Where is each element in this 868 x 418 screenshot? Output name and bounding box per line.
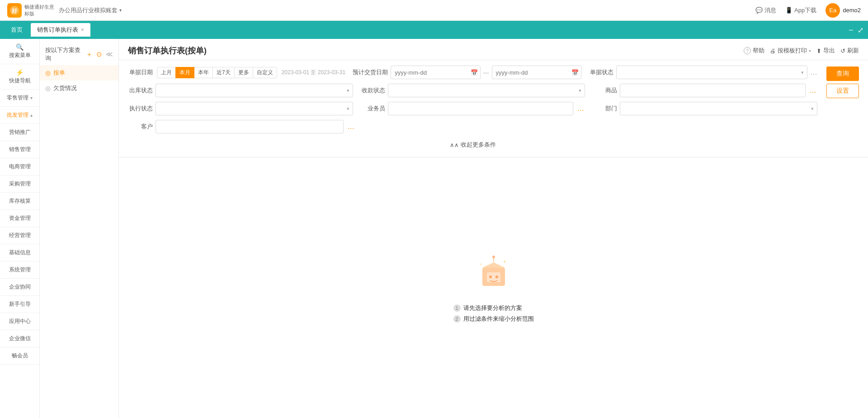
template-print-btn[interactable]: 🖨 按模板打印 ▾: [770, 47, 811, 55]
department-label: 部门: [592, 104, 617, 113]
shortcut-this-month[interactable]: 本月: [175, 67, 194, 78]
filter-section: 单据日期 上月 本月 本年 近7天 更多 自定义 2023-03-01 至 20…: [119, 60, 868, 157]
customer-more-icon[interactable]: …: [346, 123, 355, 131]
left-filter-panel: 按以下方案查询 ＋ ⊙ ≪ ◎ 按单 ◎ 欠货情况: [40, 39, 119, 418]
tip-1-num: 1: [453, 304, 461, 312]
sidebar-item-wechat[interactable]: 企业微信: [0, 330, 39, 347]
sidebar-item-quick-nav[interactable]: ⚡ 快捷导航: [0, 64, 39, 90]
query-button[interactable]: 查询: [826, 66, 859, 81]
salesperson-input[interactable]: [388, 102, 574, 115]
goods-more-icon[interactable]: …: [808, 86, 817, 95]
chevron-down-icon: ▾: [30, 95, 33, 100]
top-bar: 好 畅捷通好生意 标版 办公用品行业模拟账套 ▾ 💬 消息 📱 App下载 Ea…: [0, 0, 868, 21]
svg-text:✦: ✦: [503, 259, 506, 264]
sidebar-item-system[interactable]: 系统管理: [0, 261, 39, 279]
svg-marker-4: [482, 265, 488, 268]
tab-home[interactable]: 首页: [5, 23, 29, 37]
help-btn[interactable]: ? 帮助: [744, 47, 764, 55]
calendar-from-icon[interactable]: 📅: [471, 69, 478, 76]
empty-tip-2: 2 用过滤条件来缩小分析范围: [453, 315, 534, 323]
tab-maximize-icon[interactable]: ⤢: [858, 26, 863, 34]
export-btn[interactable]: ⬆ 导出: [816, 47, 835, 55]
expected-date-to-input[interactable]: [492, 66, 581, 79]
shortcut-more[interactable]: 更多: [234, 67, 253, 78]
tab-sales-execution[interactable]: 销售订单执行表 ×: [31, 23, 90, 37]
empty-tip-1: 1 请先选择要分析的方案: [453, 304, 534, 312]
doc-status-select[interactable]: [616, 66, 807, 79]
help-icon: ?: [744, 47, 751, 54]
filter-row-1: 单据日期 上月 本月 本年 近7天 更多 自定义 2023-03-01 至 20…: [128, 66, 817, 79]
sidebar-item-purchase[interactable]: 采购管理: [0, 176, 39, 193]
filter-row-2: 出库状态 收款状态: [128, 84, 817, 97]
department-select[interactable]: [620, 102, 817, 115]
salesperson-more-icon[interactable]: …: [576, 104, 585, 113]
settings-button[interactable]: 设置: [826, 84, 859, 98]
out-status-label: 出库状态: [128, 86, 153, 95]
customer-label: 客户: [128, 123, 153, 131]
user-name: demo2: [843, 7, 861, 14]
shortcut-7days[interactable]: 近7天: [212, 67, 235, 78]
empty-state: ✦ ✦ 1 请先选择要分析的方案 2 用过滤条件来缩小分析范围: [119, 157, 868, 418]
query-settings-col: 查询 设置: [826, 66, 859, 98]
department-select-wrapper: [620, 102, 817, 115]
collapse-panel-icon[interactable]: ≪: [106, 50, 113, 58]
filter-row-3: 执行状态 业务员 …: [128, 102, 817, 115]
expected-date-from-input[interactable]: [391, 66, 480, 79]
sidebar-item-sales[interactable]: 销售管理: [0, 141, 39, 158]
date-range-text: 2023-03-01 至 2023-03-31: [282, 69, 345, 76]
sidebar-item-appstore[interactable]: 应用中心: [0, 313, 39, 330]
sidebar-item-operations[interactable]: 经营管理: [0, 227, 39, 244]
filter-panel-label: 按以下方案查询: [45, 46, 86, 62]
sidebar-item-inventory[interactable]: 库存核算: [0, 193, 39, 210]
date-shortcut-group: 上月 本月 本年 近7天 更多 自定义: [157, 67, 277, 78]
sidebar-item-marketing[interactable]: 营销推广: [0, 124, 39, 141]
svg-marker-5: [500, 265, 505, 268]
out-status-select[interactable]: [156, 84, 353, 97]
filter-panel-icons: ＋ ⊙ ≪: [86, 50, 113, 59]
sidebar-item-search[interactable]: 🔍 搜索菜单: [0, 39, 39, 64]
tab-bar: 首页 销售订单执行表 × – ⤢: [0, 21, 868, 39]
collapse-row[interactable]: ∧∧ 收起更多条件: [128, 138, 817, 152]
edit-scheme-icon[interactable]: ⊙: [96, 50, 102, 58]
sidebar-item-newbie[interactable]: 新手引导: [0, 296, 39, 313]
receipt-status-select[interactable]: [388, 84, 585, 97]
chevron-down-icon: ▾: [119, 8, 122, 13]
svg-rect-6: [487, 272, 500, 282]
doc-status-expand-icon[interactable]: …: [810, 68, 817, 76]
logo-area: 好 畅捷通好生意 标版: [7, 3, 54, 18]
sidebar-item-wholesale[interactable]: 批发管理 ▴: [0, 107, 39, 124]
message-btn[interactable]: 💬 消息: [755, 6, 776, 14]
sidebar-item-retail[interactable]: 零售管理 ▾: [0, 90, 39, 107]
exec-status-select[interactable]: [156, 102, 353, 115]
receipt-status-label: 收款状态: [360, 86, 385, 95]
svg-point-10: [492, 256, 495, 258]
filter-item-press[interactable]: ◎ 按单: [40, 65, 118, 81]
salesperson-label: 业务员: [360, 104, 385, 113]
user-info[interactable]: Ea demo2: [826, 3, 861, 18]
app-download-btn[interactable]: 📱 App下载: [785, 6, 816, 14]
add-scheme-icon[interactable]: ＋: [86, 50, 93, 59]
sidebar-item-ecommerce[interactable]: 电商管理: [0, 158, 39, 176]
content-wrapper: 按以下方案查询 ＋ ⊙ ≪ ◎ 按单 ◎ 欠货情况 销售订单执行表(按单): [40, 39, 868, 418]
page-selector-label: 办公用品行业模拟账套: [59, 6, 118, 14]
shortcut-last-month[interactable]: 上月: [157, 67, 176, 78]
sidebar-item-finance[interactable]: 资金管理: [0, 210, 39, 227]
top-bar-right: 💬 消息 📱 App下载 Ea demo2: [755, 3, 861, 18]
customer-input[interactable]: [156, 120, 344, 133]
print-arrow-icon: ▾: [809, 48, 811, 53]
refresh-btn[interactable]: ↺ 刷新: [840, 47, 859, 55]
filter-item-debt[interactable]: ◎ 欠货情况: [40, 81, 118, 96]
tab-close-all-icon[interactable]: –: [849, 26, 853, 34]
shortcut-this-year[interactable]: 本年: [194, 67, 213, 78]
doc-status-label: 单据状态: [589, 68, 613, 76]
sidebar-item-membership[interactable]: 畅会员: [0, 347, 39, 365]
sidebar-item-corp[interactable]: 企业协同: [0, 279, 39, 296]
tab-close-icon[interactable]: ×: [81, 27, 84, 33]
sidebar-item-basics[interactable]: 基础信息: [0, 244, 39, 261]
goods-input[interactable]: [620, 84, 806, 97]
shortcut-custom[interactable]: 自定义: [253, 67, 277, 78]
phone-icon: 📱: [785, 7, 793, 14]
page-selector[interactable]: 办公用品行业模拟账套 ▾: [59, 6, 122, 14]
exec-status-label: 执行状态: [128, 104, 153, 113]
calendar-to-icon[interactable]: 📅: [571, 69, 579, 76]
